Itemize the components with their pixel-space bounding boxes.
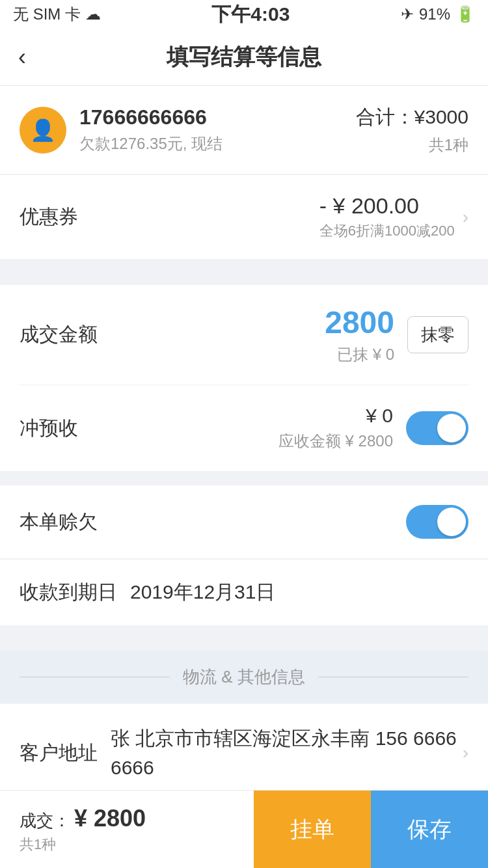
separator-3 (0, 638, 488, 651)
address-label: 客户地址 (20, 740, 98, 766)
avatar: 👤 (20, 107, 66, 154)
hang-button[interactable]: 挂单 (254, 791, 371, 869)
status-time: 下午4:03 (211, 1, 290, 28)
prepaid-amount: ¥ 0 (278, 405, 393, 427)
status-left: 无 SIM 卡 ☁ (13, 4, 101, 25)
save-button-label: 保存 (407, 815, 452, 845)
prepaid-toggle[interactable] (406, 411, 468, 445)
logistics-label: 物流 & 其他信息 (183, 666, 305, 688)
due-date-value: 2019年12月31日 (130, 579, 275, 606)
prepaid-right: ¥ 0 应收金额 ¥ 2800 (278, 405, 468, 452)
bottom-bar: 成交： ¥ 2800 共1种 挂单 保存 (0, 790, 488, 868)
separator-1 (0, 272, 488, 285)
round-zero-button[interactable]: 抹零 (407, 316, 468, 353)
content: 👤 17666666666 欠款1276.35元, 现结 合计：¥3000 共1… (0, 86, 488, 868)
bottom-amount: ¥ 2800 (74, 805, 146, 832)
divider-line-left (20, 677, 170, 677)
due-date-row: 收款到期日 2019年12月31日 (0, 560, 488, 625)
divider-line-right (318, 677, 468, 677)
deal-amount-section: 成交金额 2800 已抹 ¥ 0 抹零 冲预收 ¥ 0 应收金额 ¥ 2800 (0, 285, 488, 471)
customer-debt: 欠款1276.35元, 现结 (79, 133, 223, 154)
coupon-label: 优惠券 (20, 204, 78, 230)
total-amount: 合计：¥3000 (356, 104, 468, 131)
credit-row: 本单赊欠 (0, 485, 488, 558)
location-icon: ✈ (401, 5, 414, 23)
page-title: 填写结算等信息 (167, 42, 321, 72)
status-bar: 无 SIM 卡 ☁ 下午4:03 ✈ 91% 🔋 (0, 0, 488, 29)
hang-button-label: 挂单 (290, 815, 334, 845)
due-date-label: 收款到期日 (20, 579, 117, 606)
credit-toggle[interactable] (406, 505, 468, 539)
coupon-row[interactable]: 优惠券 - ¥ 200.00 全场6折满1000减200 › (0, 175, 488, 259)
status-right: ✈ 91% 🔋 (401, 5, 475, 23)
battery-icon: 🔋 (455, 5, 475, 23)
avatar-icon: 👤 (30, 118, 56, 142)
bottom-summary: 成交： ¥ 2800 共1种 (0, 805, 254, 854)
coupon-chevron-icon: › (463, 207, 468, 228)
customer-card: 👤 17666666666 欠款1276.35元, 现结 合计：¥3000 共1… (0, 86, 488, 174)
prepaid-row: 冲预收 ¥ 0 应收金额 ¥ 2800 (20, 385, 468, 471)
customer-phone: 17666666666 (79, 105, 223, 129)
bottom-deal-label: 成交： (20, 809, 70, 832)
coupon-description: 全场6折满1000减200 (319, 221, 455, 241)
customer-right: 合计：¥3000 共1种 (356, 104, 468, 156)
sim-status: 无 SIM 卡 ☁ (13, 4, 101, 25)
bottom-count: 共1种 (20, 835, 234, 854)
credit-toggle-knob (437, 508, 466, 536)
coupon-discount: - ¥ 200.00 (319, 193, 455, 219)
deal-amount-row: 成交金额 2800 已抹 ¥ 0 抹零 (20, 285, 468, 385)
logistics-divider: 物流 & 其他信息 (0, 651, 488, 703)
toggle-knob (437, 414, 466, 442)
address-value: 张 北京市市辖区海淀区永丰南 156 6666 6666 (111, 724, 463, 782)
battery-level: 91% (419, 5, 450, 23)
prepaid-sub: 应收金额 ¥ 2800 (278, 431, 393, 452)
separator-2 (0, 472, 488, 485)
coupon-right: - ¥ 200.00 全场6折满1000减200 › (319, 193, 468, 241)
customer-left: 👤 17666666666 欠款1276.35元, 现结 (20, 105, 223, 154)
prepaid-label: 冲预收 (20, 415, 78, 442)
header: ‹ 填写结算等信息 (0, 29, 488, 86)
total-count: 共1种 (356, 135, 468, 156)
prepaid-amount-block: ¥ 0 应收金额 ¥ 2800 (278, 405, 393, 452)
save-button[interactable]: 保存 (371, 791, 488, 869)
address-row[interactable]: 客户地址 张 北京市市辖区海淀区永丰南 156 6666 6666 › (0, 704, 488, 802)
deal-amount-sub: 已抹 ¥ 0 (325, 344, 394, 365)
back-button[interactable]: ‹ (18, 44, 26, 71)
address-chevron-icon: › (463, 742, 468, 763)
credit-label: 本单赊欠 (20, 509, 98, 536)
customer-info: 17666666666 欠款1276.35元, 现结 (79, 105, 223, 154)
deal-amount-right: 2800 已抹 ¥ 0 抹零 (325, 305, 468, 365)
deal-amount-label: 成交金额 (20, 321, 98, 348)
deal-amount-value: 2800 (325, 305, 394, 340)
